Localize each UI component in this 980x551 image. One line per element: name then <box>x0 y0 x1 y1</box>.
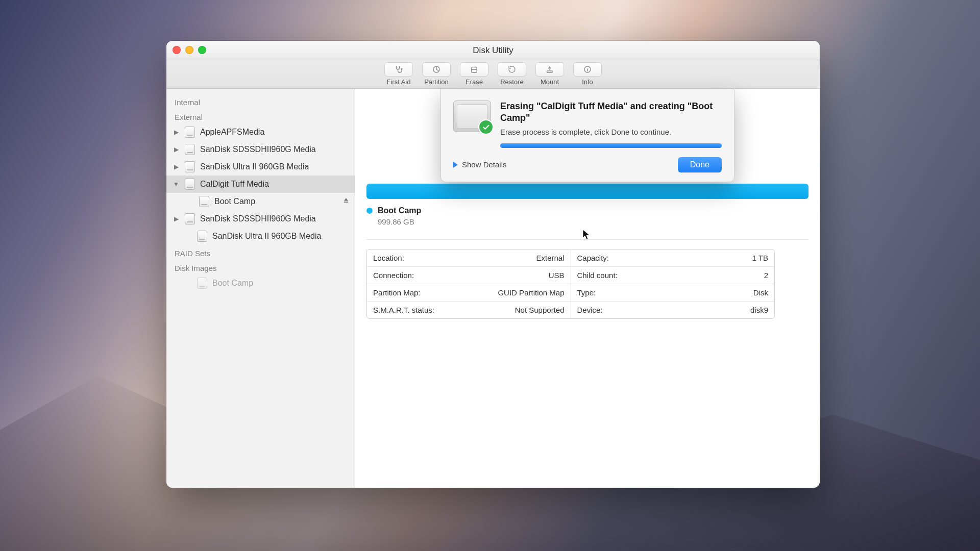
sidebar-item-label: SanDisk Ultra II 960GB Media <box>200 162 309 171</box>
sidebar-item-disk[interactable]: ▶ SanDisk Ultra II 960GB Media <box>166 158 355 176</box>
sidebar-header-images: Disk Images <box>166 260 355 274</box>
content-pane: Boot Camp 999.86 GB Location: External C… <box>355 89 820 488</box>
progress-fill <box>500 143 722 148</box>
sidebar-item-disk[interactable]: ▶ SanDisk SDSSDHII960G Media <box>166 210 355 228</box>
titlebar[interactable]: Disk Utility <box>166 41 820 60</box>
chevron-right-icon[interactable]: ▶ <box>173 146 180 153</box>
info-row: Device: disk9 <box>571 302 775 318</box>
sidebar-item-label: AppleAPFSMedia <box>200 128 264 137</box>
pie-icon <box>422 62 451 77</box>
toolbar-label: Partition <box>424 78 449 86</box>
done-button[interactable]: Done <box>678 157 722 172</box>
restore-button[interactable]: Restore <box>494 62 530 86</box>
stethoscope-icon <box>384 62 413 77</box>
capacity-bar <box>366 184 808 199</box>
info-key: Partition Map: <box>373 288 421 297</box>
close-button[interactable] <box>173 46 181 54</box>
volume-legend: Boot Camp <box>366 206 808 215</box>
disk-icon <box>185 144 195 155</box>
info-value: USB <box>549 271 565 280</box>
chevron-right-icon[interactable]: ▶ <box>173 129 180 136</box>
info-row: Connection: USB <box>367 267 571 284</box>
info-value: Not Supported <box>515 306 565 314</box>
volume-name: Boot Camp <box>378 206 421 215</box>
toolbar-label: Restore <box>500 78 524 86</box>
toolbar-label: Mount <box>541 78 559 86</box>
info-button[interactable]: Info <box>569 62 606 86</box>
info-value: 2 <box>764 271 768 280</box>
info-key: Connection: <box>373 271 414 280</box>
info-key: Location: <box>373 254 404 262</box>
sidebar-item-disk[interactable]: ▶ SanDisk Ultra II 960GB Media <box>166 228 355 245</box>
toolbar-label: First Aid <box>387 78 411 86</box>
chevron-right-icon[interactable]: ▶ <box>173 215 180 222</box>
partition-button[interactable]: Partition <box>418 62 455 86</box>
svg-rect-3 <box>547 71 553 72</box>
sidebar-item-image[interactable]: ▶ Boot Camp <box>166 274 355 292</box>
first-aid-button[interactable]: First Aid <box>380 62 417 86</box>
disclosure-triangle-icon <box>453 162 458 168</box>
zoom-button[interactable] <box>198 46 206 54</box>
info-row: Location: External <box>367 249 571 267</box>
info-value: 1 TB <box>752 254 768 262</box>
disk-utility-window: Disk Utility First Aid Partition Erase R… <box>166 41 820 488</box>
info-key: Child count: <box>577 271 618 280</box>
svg-rect-2 <box>472 67 477 73</box>
legend-dot-icon <box>366 208 373 214</box>
info-key: S.M.A.R.T. status: <box>373 306 434 314</box>
toolbar-label: Erase <box>465 78 483 86</box>
sidebar-item-disk[interactable]: ▶ SanDisk SDSSDHII960G Media <box>166 141 355 158</box>
minimize-button[interactable] <box>185 46 193 54</box>
info-row: Capacity: 1 TB <box>571 249 775 267</box>
toolbar-label: Info <box>582 78 593 86</box>
info-key: Device: <box>577 306 603 314</box>
success-check-icon <box>478 119 494 135</box>
chevron-right-icon[interactable]: ▶ <box>173 163 180 170</box>
volume-icon <box>199 196 209 207</box>
restore-icon <box>498 62 526 77</box>
disk-icon <box>185 213 195 224</box>
erase-icon <box>460 62 488 77</box>
chevron-down-icon[interactable]: ▼ <box>173 181 180 188</box>
disk-icon <box>185 161 195 172</box>
erase-complete-sheet: Erasing "CalDigit Tuff Media" and creati… <box>440 89 734 182</box>
sidebar-item-label: SanDisk Ultra II 960GB Media <box>212 232 321 241</box>
info-key: Type: <box>577 288 596 297</box>
sidebar-header-external: External <box>166 109 355 123</box>
mouse-cursor-icon <box>582 229 591 240</box>
disk-image-icon <box>197 278 207 289</box>
sidebar-item-label: CalDigit Tuff Media <box>200 180 269 189</box>
sidebar-item-label: Boot Camp <box>214 197 255 206</box>
sidebar-header-internal: Internal <box>166 94 355 109</box>
sheet-title: Erasing "CalDigit Tuff Media" and creati… <box>500 101 722 124</box>
sidebar[interactable]: Internal External ▶ AppleAPFSMedia ▶ San… <box>166 89 355 488</box>
show-details-label: Show Details <box>462 160 507 169</box>
sidebar-item-disk[interactable]: ▶ AppleAPFSMedia <box>166 123 355 141</box>
erase-button[interactable]: Erase <box>456 62 493 86</box>
sheet-subtitle: Erase process is complete, click Done to… <box>500 128 722 136</box>
sidebar-item-label: SanDisk SDSSDHII960G Media <box>200 214 316 223</box>
show-details-button[interactable]: Show Details <box>453 160 507 169</box>
disk-info-table: Location: External Connection: USB Parti… <box>366 249 775 319</box>
disk-icon <box>185 127 195 138</box>
disk-icon <box>197 231 207 242</box>
sidebar-item-disk-selected[interactable]: ▼ CalDigit Tuff Media <box>166 176 355 193</box>
mount-icon <box>535 62 564 77</box>
info-value: External <box>536 254 564 262</box>
sidebar-item-volume[interactable]: Boot Camp <box>166 193 355 210</box>
window-title: Disk Utility <box>473 45 513 56</box>
info-icon <box>573 62 602 77</box>
divider <box>366 239 808 240</box>
disk-icon <box>185 179 195 190</box>
info-value: Disk <box>753 288 768 297</box>
info-row: Child count: 2 <box>571 267 775 284</box>
progress-bar <box>500 143 722 148</box>
eject-icon[interactable] <box>342 197 350 206</box>
info-key: Capacity: <box>577 254 609 262</box>
svg-point-0 <box>401 68 402 69</box>
info-value: disk9 <box>750 306 768 314</box>
sidebar-item-label: Boot Camp <box>212 279 253 288</box>
mount-button[interactable]: Mount <box>531 62 568 86</box>
sidebar-item-label: SanDisk SDSSDHII960G Media <box>200 145 316 154</box>
drive-icon <box>453 101 491 132</box>
